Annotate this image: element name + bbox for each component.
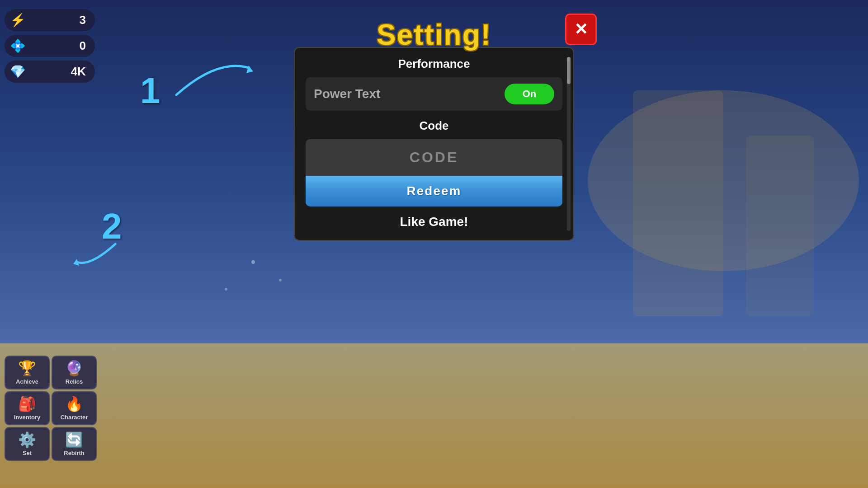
code-input[interactable] [306,139,562,176]
power-text-label: Power Text [314,87,380,101]
setting-dialog: Setting! Performance Power Text On Code … [294,18,574,241]
scroll-thumb [567,57,571,84]
performance-section-label: Performance [306,57,562,71]
power-text-row: Power Text On [306,77,562,111]
modal-overlay: Setting! Performance Power Text On Code … [0,0,868,488]
like-game-label: Like Game! [306,215,562,229]
scroll-track[interactable] [567,57,571,231]
code-section-label: Code [306,119,562,133]
close-icon: ✕ [574,21,588,38]
setting-panel: Performance Power Text On Code Redeem Li… [294,47,574,241]
power-text-toggle[interactable]: On [505,84,554,104]
code-input-area: Redeem [306,139,562,206]
dialog-title: Setting! [294,18,574,52]
redeem-button[interactable]: Redeem [306,176,562,206]
close-button[interactable]: ✕ [565,14,597,45]
